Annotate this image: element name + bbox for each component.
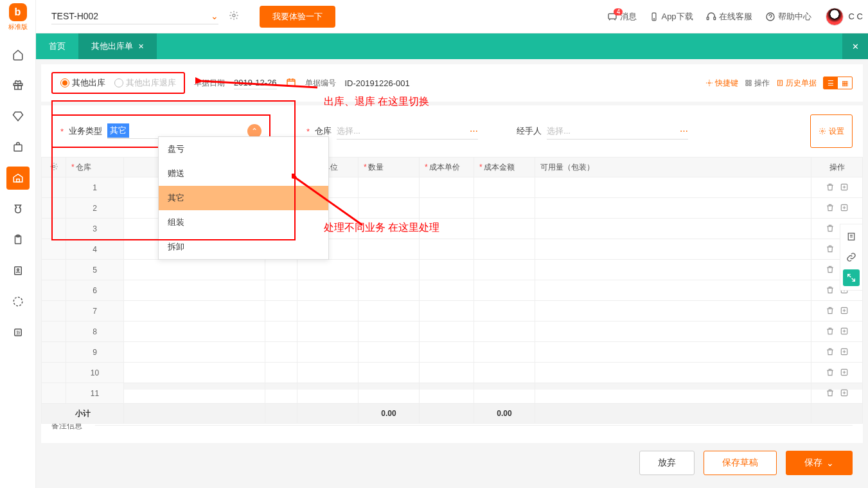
project-name: TEST-H002 (51, 11, 98, 21)
dropdown-option[interactable]: 盘亏 (159, 137, 328, 161)
app-download-link[interactable]: App下载 (650, 11, 693, 23)
rail-warehouse-icon[interactable] (6, 167, 30, 190)
rail-diamond-icon[interactable] (6, 105, 30, 128)
top-bar: TEST-H002 ⌄ 我要体验一下 消息 4 App下载 在线客服 (36, 0, 868, 33)
close-all-tabs-icon[interactable]: ✕ (842, 33, 868, 59)
svg-point-11 (233, 14, 235, 17)
add-row-icon[interactable] (838, 366, 850, 378)
add-row-icon[interactable] (838, 181, 850, 193)
delete-icon[interactable] (824, 181, 836, 193)
form-row: * 业务类型 其它 ⌃ * 仓库 选择... ⋯ (41, 105, 863, 157)
delete-icon[interactable] (824, 264, 836, 275)
online-service-link[interactable]: 在线客服 (706, 11, 752, 23)
rail-gift-icon[interactable] (6, 74, 30, 97)
svg-point-19 (709, 82, 711, 84)
delete-icon[interactable] (824, 202, 836, 213)
dock-note-icon[interactable] (843, 228, 860, 245)
svg-rect-2 (14, 145, 22, 151)
biz-type-label: 业务类型 (69, 125, 102, 137)
svg-point-25 (822, 131, 824, 132)
rail-contact-icon[interactable] (6, 259, 30, 282)
biz-type-value[interactable]: 其它 (107, 123, 129, 138)
delete-icon[interactable] (824, 325, 836, 337)
rail-bag-icon[interactable] (6, 136, 30, 159)
more-icon[interactable]: ⋯ (470, 126, 478, 136)
handler-input[interactable]: 选择... ⋯ (547, 123, 688, 140)
delete-icon[interactable] (824, 305, 836, 316)
radio-on-icon (60, 78, 69, 87)
svg-rect-16 (714, 17, 716, 19)
help-center-link[interactable]: 帮助中心 (765, 11, 811, 23)
dock-link-icon[interactable] (843, 249, 860, 266)
dropdown-option[interactable]: 拆卸 (159, 235, 328, 259)
calendar-icon[interactable] (286, 77, 296, 89)
svg-point-17 (766, 13, 774, 21)
table-row[interactable]: 6 (42, 280, 863, 301)
messages-link[interactable]: 消息 4 (607, 11, 637, 23)
date-value[interactable]: 2019-12-26 (234, 77, 277, 89)
table-row[interactable]: 10 (42, 363, 863, 383)
operate-link[interactable]: 操作 (745, 78, 770, 89)
svg-rect-15 (707, 17, 709, 19)
avatar[interactable] (826, 8, 844, 26)
add-row-icon[interactable] (838, 387, 850, 399)
tab-current[interactable]: 其他出库单 ✕ (78, 33, 157, 59)
add-row-icon[interactable] (838, 202, 850, 213)
table-row[interactable]: 9 (42, 342, 863, 363)
view-grid-icon[interactable]: ▦ (838, 77, 852, 89)
warehouse-label: 仓库 (315, 125, 332, 137)
gear-icon[interactable] (229, 10, 239, 23)
radio-return[interactable]: 其他出库退库 (114, 77, 176, 89)
rail-home-icon[interactable] (6, 43, 30, 66)
close-icon[interactable]: ✕ (138, 42, 144, 51)
warehouse-field: * 仓库 选择... ⋯ (306, 114, 478, 148)
handler-label: 经手人 (517, 125, 542, 137)
table-row[interactable]: 7 (42, 301, 863, 321)
rail-money-icon[interactable] (6, 197, 30, 221)
bill-no-value: ID-20191226-001 (345, 78, 410, 88)
rail-clipboard-icon[interactable] (6, 228, 30, 251)
table-row[interactable]: 11 (42, 383, 863, 404)
history-link[interactable]: 历史单据 (776, 78, 817, 89)
settings-button[interactable]: 设置 (810, 114, 853, 148)
warehouse-input[interactable]: 选择... ⋯ (337, 123, 478, 140)
delete-icon[interactable] (824, 346, 836, 357)
more-icon[interactable]: ⋯ (680, 126, 688, 136)
add-row-icon[interactable] (838, 305, 850, 316)
subtotal-row: 小计 0.00 0.00 (42, 404, 863, 424)
view-list-icon[interactable]: ☰ (824, 77, 838, 89)
tab-home[interactable]: 首页 (36, 33, 78, 59)
discard-button[interactable]: 放弃 (639, 451, 695, 475)
table-row[interactable]: 5 (42, 260, 863, 280)
delete-icon[interactable] (824, 284, 836, 296)
radio-outbound[interactable]: 其他出库 (60, 77, 105, 89)
radio-off-icon (114, 78, 123, 87)
footer: 放弃 保存草稿 保存 ⌄ (41, 443, 863, 483)
dropdown-option[interactable]: 赠送 (159, 161, 328, 186)
dropdown-option[interactable]: 组装 (159, 210, 328, 235)
gear-col-header[interactable] (42, 158, 66, 177)
dock-expand-icon[interactable] (843, 269, 860, 286)
add-row-icon[interactable] (838, 325, 850, 337)
delete-icon[interactable] (824, 366, 836, 378)
rail-loading-icon[interactable] (6, 290, 30, 313)
add-row-icon[interactable] (838, 346, 850, 357)
delete-icon[interactable] (824, 222, 836, 234)
table-row[interactable]: 8 (42, 321, 863, 342)
shortcut-link[interactable]: 快捷键 (705, 78, 738, 89)
svg-rect-22 (746, 84, 748, 86)
svg-point-7 (17, 269, 19, 271)
delete-icon[interactable] (824, 243, 836, 255)
try-button[interactable]: 我要体验一下 (260, 6, 335, 28)
save-draft-button[interactable]: 保存草稿 (704, 451, 777, 475)
date-label: 单据日期 (194, 78, 225, 89)
outbound-radio-group: 其他出库 其他出库退库 (51, 72, 185, 94)
project-select[interactable]: TEST-H002 ⌄ (51, 8, 218, 24)
delete-icon[interactable] (824, 387, 836, 399)
save-button[interactable]: 保存 ⌄ (786, 451, 853, 475)
dropdown-option[interactable]: 其它 (159, 186, 328, 210)
svg-rect-20 (746, 80, 748, 82)
svg-rect-23 (749, 84, 751, 86)
chevron-down-icon: ⌄ (211, 11, 218, 21)
rail-new-icon[interactable]: 新 (6, 321, 30, 344)
